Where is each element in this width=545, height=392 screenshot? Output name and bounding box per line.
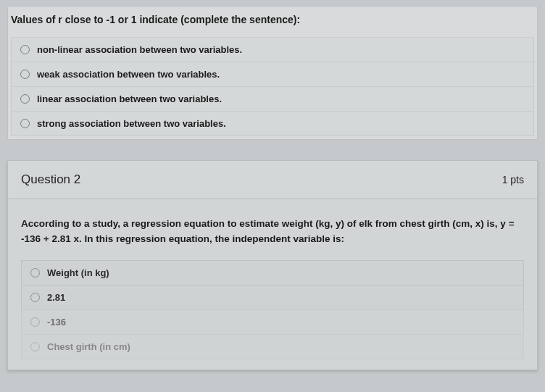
question-1-block: Values of r close to -1 or 1 indicate (c… — [7, 6, 538, 140]
option-label: 2.81 — [47, 292, 65, 303]
option-label: weak association between two variables. — [37, 69, 220, 80]
option-label: Chest girth (in cm) — [47, 341, 130, 352]
question-1-prompt: Values of r close to -1 or 1 indicate (c… — [8, 7, 537, 37]
option-row[interactable]: strong association between two variables… — [11, 111, 534, 136]
option-row[interactable]: weak association between two variables. — [11, 62, 534, 86]
option-row[interactable]: 2.81 — [21, 285, 524, 309]
radio-icon — [30, 317, 40, 327]
question-2-prompt: According to a study, a regression equat… — [21, 217, 524, 247]
question-2-card: Question 2 1 pts According to a study, a… — [7, 160, 538, 370]
question-2-points: 1 pts — [502, 174, 524, 185]
option-label: non-linear association between two varia… — [37, 44, 242, 55]
radio-icon — [30, 342, 40, 351]
option-row[interactable]: Chest girth (in cm) — [21, 334, 524, 359]
radio-icon — [30, 293, 40, 302]
question-2-title: Question 2 — [21, 172, 80, 187]
radio-icon — [20, 70, 30, 79]
option-label: Weight (in kg) — [47, 267, 109, 278]
option-label: linear association between two variables… — [37, 93, 222, 104]
question-2-options: Weight (in kg) 2.81 -136 Chest girth (in… — [21, 260, 524, 359]
question-1-options: non-linear association between two varia… — [11, 37, 534, 136]
option-label: -136 — [47, 317, 66, 328]
question-2-body: According to a study, a regression equat… — [8, 199, 537, 370]
option-row[interactable]: non-linear association between two varia… — [11, 37, 534, 62]
radio-icon — [20, 119, 30, 128]
radio-icon — [20, 94, 30, 104]
option-row[interactable]: -136 — [21, 309, 524, 334]
option-row[interactable]: linear association between two variables… — [11, 86, 534, 111]
option-label: strong association between two variables… — [37, 118, 226, 129]
radio-icon — [20, 45, 30, 54]
radio-icon — [30, 268, 40, 278]
option-row[interactable]: Weight (in kg) — [21, 260, 524, 285]
question-2-header: Question 2 1 pts — [8, 161, 537, 199]
